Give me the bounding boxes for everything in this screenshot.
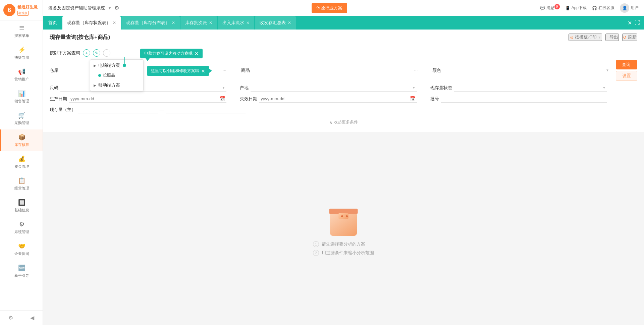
- support-action[interactable]: 🎧 在线客服: [592, 5, 614, 11]
- app-download-action[interactable]: 📱 App下载: [565, 5, 587, 11]
- tab-home[interactable]: 首页: [43, 16, 62, 30]
- tab-collect-send-close[interactable]: ✕: [288, 21, 291, 25]
- trial-button[interactable]: 体验行业方案: [312, 3, 347, 13]
- prod-date-wrapper[interactable]: 📅: [69, 95, 226, 103]
- refresh-button[interactable]: ↺ 刷新: [622, 34, 637, 41]
- sales-icon: 📊: [18, 90, 25, 97]
- tooltip-create-scheme: 这里可以创建和修改方案哦 ✕: [147, 66, 209, 76]
- prod-date-input[interactable]: [70, 96, 219, 101]
- tab-inventory-dist[interactable]: 现存量（库存分布表） ✕: [121, 16, 180, 30]
- header-right: 💬 消息 9 📱 App下载 🎧 在线客服 👤 用户: [540, 3, 639, 13]
- stock-status-select-wrapper[interactable]: ▼: [454, 84, 607, 92]
- tab-batch-account-close[interactable]: ✕: [209, 21, 212, 25]
- sidebar-item-search[interactable]: ☰ 搜索菜单: [0, 20, 43, 42]
- batch-input-wrapper[interactable]: [441, 95, 607, 103]
- collapse-more-btn[interactable]: ∧ 收起更多条件: [50, 117, 637, 128]
- sidebar-item-sales[interactable]: 📊 销售管理: [0, 86, 43, 108]
- expire-date-calendar-icon[interactable]: 📅: [410, 96, 416, 101]
- expire-date-label: 失效日期: [240, 96, 257, 102]
- app-download-label: App下载: [572, 5, 587, 11]
- filter-row-4: 现存量（主） —: [50, 106, 637, 113]
- message-action[interactable]: 💬 消息 9: [540, 5, 560, 11]
- scheme-mobile[interactable]: ▶ 移动端方案: [90, 79, 143, 91]
- tab-batch-account[interactable]: 库存批次账 ✕: [180, 16, 217, 30]
- refresh-icon: ↺: [623, 35, 627, 40]
- empty-box-eye-l: [341, 215, 343, 217]
- tab-maximize-icon[interactable]: ⛶: [635, 20, 640, 26]
- origin-input[interactable]: [252, 85, 412, 90]
- tab-close-all-icon[interactable]: ✕: [628, 20, 632, 26]
- sidebar-item-system[interactable]: ⚙ 系统管理: [0, 217, 43, 238]
- message-label: 消息: [546, 5, 554, 11]
- print-button[interactable]: 🖨 按模板打印 ▼: [569, 34, 602, 41]
- tab-inventory-dist-close[interactable]: ✕: [172, 21, 175, 25]
- sidebar-item-inventory[interactable]: 📦 库存核算: [0, 129, 43, 151]
- page-header: 现存量查询(按仓库+商品) 🖨 按模板打印 ▼ ↑ 导出 ↺ 刷新: [43, 30, 644, 45]
- print-dropdown-icon: ▼: [598, 36, 601, 39]
- filter-area: 按以下方案查询 + ✎ ← 电脑方案可设为移动方案哦 ✕ ▶ 电脑端方案 按照: [43, 45, 644, 132]
- sidebar-item-collab[interactable]: 🤝 企业协同: [0, 238, 43, 260]
- origin-select-wrapper[interactable]: ▼: [251, 84, 417, 92]
- content-area: 现存量查询(按仓库+商品) 🖨 按模板打印 ▼ ↑ 导出 ↺ 刷新: [43, 30, 644, 325]
- scheme-desktop-label: 电脑端方案: [98, 62, 120, 68]
- search-button[interactable]: 查询: [616, 60, 637, 69]
- prod-date-label: 生产日期: [50, 96, 67, 102]
- header-settings-icon[interactable]: ⚙: [114, 5, 119, 11]
- settings-footer-icon[interactable]: ⚙: [8, 315, 13, 321]
- goods-input[interactable]: [253, 68, 414, 73]
- tab-collect-send[interactable]: 收发存汇总表 ✕: [255, 16, 296, 30]
- sidebar-item-marketing[interactable]: 📢 营销推广: [0, 64, 43, 86]
- export-button[interactable]: ↑ 导出: [605, 34, 619, 41]
- avatar: 👤: [620, 3, 629, 13]
- tab-inventory-status[interactable]: 现存量（库存状况表） ✕: [62, 16, 121, 30]
- sidebar: 6 畅通好生意 标准版 ☰ 搜索菜单 ⚡ 快捷导航 📢 营销推广 📊 销售管理 …: [0, 0, 43, 325]
- scheme-desktop[interactable]: ▶ 电脑端方案: [90, 60, 143, 71]
- filter-back-button[interactable]: ←: [103, 49, 110, 57]
- sidebar-item-guide[interactable]: 🆕 新手引导: [0, 260, 43, 282]
- stock-min-input[interactable]: [78, 106, 158, 113]
- tab-in-out-flow-close[interactable]: ✕: [246, 21, 250, 25]
- basic-icon: 🔲: [18, 199, 25, 206]
- prod-date-calendar-icon[interactable]: 📅: [219, 96, 225, 101]
- scheme-sub-desktop[interactable]: 按照品: [90, 71, 143, 79]
- reset-button[interactable]: 设置: [616, 71, 637, 81]
- color-input[interactable]: [444, 68, 606, 73]
- batch-label: 批号: [430, 96, 439, 102]
- sidebar-label-system: 系统管理: [14, 229, 29, 234]
- filter-field-batch: 批号: [430, 95, 607, 103]
- color-select-wrapper[interactable]: ▼: [443, 67, 610, 74]
- sidebar-item-basic[interactable]: 🔲 基础信息: [0, 195, 43, 217]
- sidebar-item-operations[interactable]: 📋 经营管理: [0, 173, 43, 195]
- tab-batch-account-label: 库存批次账: [185, 20, 207, 26]
- connector-line: [124, 57, 125, 64]
- user-label: 用户: [631, 5, 639, 11]
- tooltip-create-scheme-close[interactable]: ✕: [201, 68, 205, 74]
- tab-in-out-flow-label: 出入库流水: [222, 20, 244, 26]
- sidebar-item-purchase[interactable]: 🛒 采购管理: [0, 108, 43, 129]
- filter-add-button[interactable]: +: [83, 49, 90, 57]
- sidebar-label-quicknav: 快捷导航: [14, 55, 29, 60]
- headset-icon: 🎧: [592, 6, 597, 10]
- stock-max-input[interactable]: [166, 106, 246, 113]
- empty-state: 1 请先选择要分析的方案 2 用过滤条件来缩小分析范围: [43, 132, 644, 325]
- expire-date-input[interactable]: [261, 96, 410, 101]
- stock-status-input[interactable]: [455, 85, 602, 90]
- print-icon: 🖨: [569, 35, 574, 40]
- sidebar-item-finance[interactable]: 💰 资金管理: [0, 151, 43, 173]
- marketing-icon: 📢: [18, 68, 25, 75]
- tab-in-out-flow[interactable]: 出入库流水 ✕: [218, 16, 254, 30]
- user-action[interactable]: 👤 用户: [620, 3, 639, 13]
- empty-steps: 1 请先选择要分析的方案 2 用过滤条件来缩小分析范围: [313, 241, 374, 259]
- system-dropdown-icon[interactable]: ▼: [108, 6, 112, 10]
- tab-bar: 首页 现存量（库存状况表） ✕ 现存量（库存分布表） ✕ 库存批次账 ✕ 出入库…: [43, 16, 644, 30]
- tab-inventory-status-close[interactable]: ✕: [113, 21, 116, 25]
- tooltip-scheme-mobile-close[interactable]: ✕: [195, 51, 199, 56]
- purchase-icon: 🛒: [18, 112, 25, 119]
- sidebar-item-quicknav[interactable]: ⚡ 快捷导航: [0, 42, 43, 64]
- collapse-sidebar-icon[interactable]: ◀: [30, 315, 34, 321]
- sidebar-label-purchase: 采购管理: [14, 120, 29, 125]
- expire-date-wrapper[interactable]: 📅: [259, 95, 417, 103]
- batch-input[interactable]: [442, 96, 606, 101]
- goods-input-wrapper[interactable]: ···: [252, 67, 419, 74]
- filter-edit-button[interactable]: ✎: [93, 49, 100, 57]
